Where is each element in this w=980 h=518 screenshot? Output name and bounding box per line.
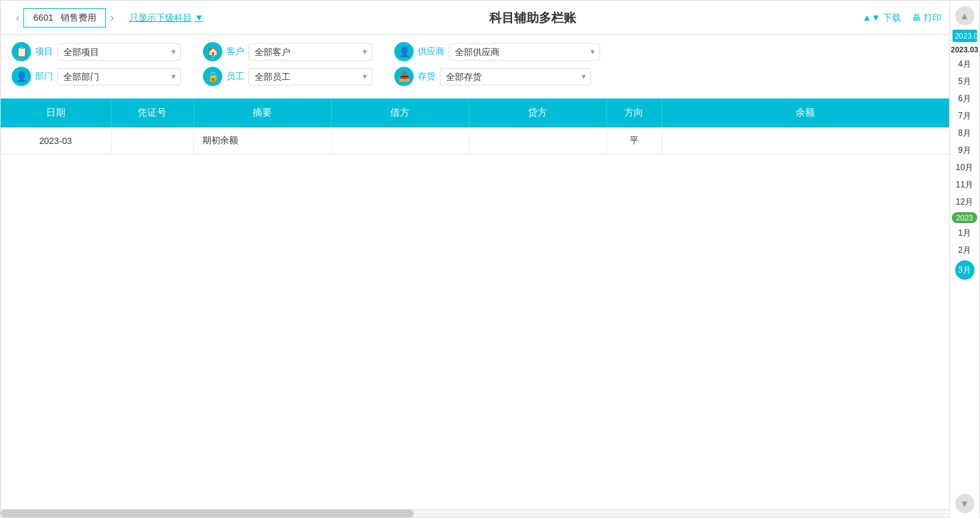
header: ‹ 6601 销售费用 › 只显示下级科目 ▼ 科目辅助多栏账 ▲▼ 下载 🖶 … [1, 1, 979, 35]
customer-select-wrapper: 全部客户 [248, 43, 372, 61]
goods-label: 存货 [418, 70, 436, 83]
col-credit: 贷方 [469, 99, 606, 127]
data-table: 日期 凭证号 摘要 借方 贷方 方向 余额 2023-03 期初余额 平 [1, 99, 949, 154]
period-2023-03[interactable]: 2023.03 [950, 43, 979, 56]
customer-label: 客户 [226, 45, 244, 58]
page-title: 科目辅助多栏账 [204, 10, 863, 26]
customer-select[interactable]: 全部客户 [248, 43, 372, 61]
filter-area: 📋 项目 全部项目 🏠 客户 全部客户 👤 供 [1, 35, 979, 99]
cell-balance [661, 127, 949, 154]
supplier-select-wrapper: 全部供应商 [449, 43, 600, 61]
col-balance: 余额 [661, 99, 949, 127]
cell-date: 2023-03 [1, 127, 111, 154]
col-summary: 摘要 [193, 99, 331, 127]
month-6[interactable]: 6月 [950, 90, 979, 107]
goods-select-wrapper: 全部存货 [440, 68, 591, 85]
period-2023-03-selected[interactable]: 2023.03 [952, 30, 977, 42]
customer-icon: 🏠 [203, 42, 222, 61]
filter-supplier: 👤 供应商 全部供应商 [394, 42, 600, 61]
download-icon: ▲▼ [862, 12, 880, 23]
sidebar-scroll-down[interactable]: ▼ [955, 494, 974, 513]
month-3-active[interactable]: 3月 [955, 260, 974, 280]
account-label: 6601 销售费用 [23, 8, 106, 28]
col-date: 日期 [1, 99, 111, 127]
chevron-down-icon: ▼ [195, 12, 204, 23]
table-area: 日期 凭证号 摘要 借方 贷方 方向 余额 2023-03 期初余额 平 [1, 99, 949, 154]
bottom-scrollbar[interactable] [1, 509, 952, 517]
nav-next-button[interactable]: › [106, 10, 118, 25]
print-button[interactable]: 🖶 打印 [912, 12, 941, 24]
dept-select-wrapper: 全部部门 [57, 68, 181, 85]
supplier-icon: 👤 [394, 42, 414, 61]
main-container: ‹ 6601 销售费用 › 只显示下级科目 ▼ 科目辅助多栏账 ▲▼ 下载 🖶 … [0, 0, 980, 518]
cell-direction: 平 [606, 127, 661, 154]
project-label: 项目 [35, 45, 53, 58]
show-sub-toggle[interactable]: 只显示下级科目 ▼ [129, 12, 204, 24]
dept-select[interactable]: 全部部门 [57, 68, 181, 85]
print-label: 打印 [924, 12, 941, 24]
cell-credit [469, 127, 606, 154]
account-name: 销售费用 [61, 12, 96, 23]
employee-select[interactable]: 全部员工 [248, 68, 372, 85]
month-12[interactable]: 12月 [950, 194, 979, 211]
goods-icon: 📥 [394, 67, 414, 86]
month-11[interactable]: 11月 [950, 176, 979, 194]
nav-prev-button[interactable]: ‹ [12, 10, 23, 25]
month-9[interactable]: 9月 [950, 142, 979, 159]
filter-goods: 📥 存货 全部存货 [394, 67, 591, 86]
employee-label: 员工 [226, 70, 244, 83]
dept-label: 部门 [35, 70, 53, 83]
supplier-select[interactable]: 全部供应商 [449, 43, 600, 61]
month-5[interactable]: 5月 [950, 73, 979, 90]
month-10[interactable]: 10月 [950, 159, 979, 176]
sidebar-scroll-up[interactable]: ▲ [955, 6, 974, 25]
filter-row-2: 👤 部门 全部部门 🔒 员工 全部员工 📥 存 [12, 67, 968, 86]
cell-voucher [111, 127, 193, 154]
table-row: 2023-03 期初余额 平 [1, 127, 949, 154]
year-badge-2023[interactable]: 2023 [952, 212, 977, 223]
goods-select[interactable]: 全部存货 [440, 68, 591, 85]
month-8[interactable]: 8月 [950, 125, 979, 142]
filter-project: 📋 项目 全部项目 [12, 42, 181, 61]
filter-row-1: 📋 项目 全部项目 🏠 客户 全部客户 👤 供 [12, 42, 968, 61]
col-debit: 借方 [331, 99, 469, 127]
download-label: 下载 [883, 12, 901, 24]
project-select[interactable]: 全部项目 [57, 43, 181, 61]
supplier-label: 供应商 [418, 45, 445, 58]
col-voucher: 凭证号 [111, 99, 193, 127]
col-direction: 方向 [606, 99, 661, 127]
table-header: 日期 凭证号 摘要 借方 贷方 方向 余额 [1, 99, 949, 127]
employee-icon: 🔒 [203, 67, 222, 86]
employee-select-wrapper: 全部员工 [248, 68, 372, 85]
filter-employee: 🔒 员工 全部员工 [203, 67, 372, 86]
dept-icon: 👤 [12, 67, 31, 86]
filter-customer: 🏠 客户 全部客户 [203, 42, 372, 61]
month-7[interactable]: 7月 [950, 107, 979, 125]
table-body: 2023-03 期初余额 平 [1, 127, 949, 154]
month-2[interactable]: 2月 [950, 242, 979, 259]
project-select-wrapper: 全部项目 [57, 43, 181, 61]
month-1[interactable]: 1月 [950, 225, 979, 242]
show-sub-label: 只显示下级科目 [129, 12, 192, 24]
cell-summary: 期初余额 [193, 127, 331, 154]
account-code: 6601 [33, 12, 53, 23]
cell-debit [331, 127, 469, 154]
project-icon: 📋 [12, 42, 31, 61]
filter-dept: 👤 部门 全部部门 [12, 67, 181, 86]
right-sidebar: ▲ 2023.03 2023.03 4月 5月 6月 7月 8月 9月 10月 … [949, 1, 979, 518]
print-icon: 🖶 [912, 12, 921, 23]
month-4[interactable]: 4月 [950, 56, 979, 73]
download-button[interactable]: ▲▼ 下载 [862, 12, 901, 24]
scrollbar-thumb[interactable] [1, 510, 414, 517]
